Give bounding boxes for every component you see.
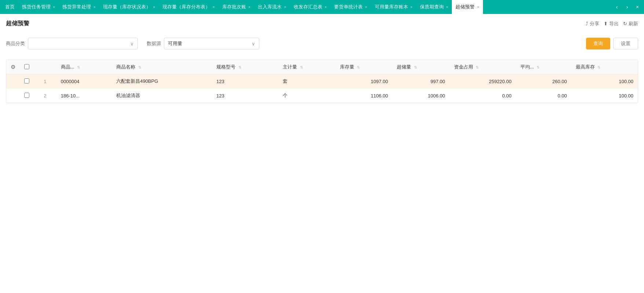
nav-close-order-stat[interactable]: × (365, 5, 367, 9)
row-max-stock-0: 100.00 (571, 74, 638, 89)
filter-buttons: 查询 设置 (586, 38, 638, 49)
nav-close-abnormal[interactable]: × (93, 5, 95, 9)
sort-spec-icon: ⇅ (238, 65, 241, 69)
data-table-container: ⚙ 商品... ⇅ 商品名称 ⇅ 规格型号 (6, 60, 638, 103)
nav-close-stock-dist[interactable]: × (212, 5, 215, 9)
col-product-name[interactable]: 商品名称 ⇅ (112, 60, 212, 74)
nav-close-available[interactable]: × (410, 5, 413, 9)
nav-item-task-mgmt[interactable]: 拣货任务管理 × (18, 0, 59, 14)
col-product-name-label: 商品名称 (116, 64, 135, 70)
header-actions: ⤴ 分享 ⬆ 导出 ↻ 刷新 (586, 21, 638, 27)
nav-close-inout[interactable]: × (284, 5, 286, 9)
row-avg-1: 0.00 (516, 89, 571, 103)
category-select[interactable]: ∨ (28, 38, 138, 49)
col-spec[interactable]: 规格型号 ⇅ (212, 60, 278, 74)
col-stock-label: 库存量 (340, 64, 354, 70)
sort-product-code-icon: ⇅ (77, 65, 80, 69)
row-spec-0: 123 (212, 74, 278, 89)
nav-item-quality[interactable]: 保质期查询 × (416, 0, 452, 14)
nav-item-stock-status[interactable]: 现存量（库存状况表） × (99, 0, 159, 14)
nav-label-overstock: 超储预警 (455, 4, 475, 10)
nav-close-collect[interactable]: × (325, 5, 327, 9)
col-unit[interactable]: 主计量 ⇅ (278, 60, 335, 74)
col-overstock-label: 超储量 (397, 64, 411, 70)
nav-item-home[interactable]: 首页 (1, 0, 18, 14)
nav-item-overstock[interactable]: 超储预警 × (452, 0, 483, 14)
datasource-chevron-down-icon: ∨ (252, 41, 255, 47)
col-stock[interactable]: 库存量 ⇅ (336, 60, 392, 74)
row-checkbox-0[interactable] (24, 78, 29, 84)
query-button[interactable]: 查询 (586, 38, 610, 49)
nav-close-stock-status[interactable]: × (153, 5, 155, 9)
datasource-select-value: 可用量 (168, 40, 182, 47)
refresh-icon: ↻ (623, 21, 627, 26)
share-icon: ⤴ (586, 21, 588, 26)
sort-product-name-icon: ⇅ (138, 65, 141, 69)
row-settings-cell (6, 89, 20, 103)
col-checkbox-header (20, 60, 34, 74)
row-capital-1: 0.00 (450, 89, 516, 103)
nav-label-task-mgmt: 拣货任务管理 (22, 4, 51, 10)
nav-label-collect: 收发存汇总表 (294, 4, 322, 10)
category-chevron-down-icon: ∨ (130, 41, 134, 47)
nav-item-batch[interactable]: 库存批次账 × (219, 0, 254, 14)
col-product-code[interactable]: 商品... ⇅ (56, 60, 112, 74)
col-unit-label: 主计量 (283, 64, 297, 70)
col-avg-label: 平均... (520, 64, 534, 70)
row-unit-1: 个 (278, 89, 335, 103)
row-checkbox-1[interactable] (24, 93, 29, 98)
export-button[interactable]: ⬆ 导出 (604, 21, 619, 27)
sort-avg-icon: ⇅ (537, 65, 539, 69)
row-checkbox-cell (20, 74, 34, 89)
row-product-name-0: 六配套新昌490BPG (112, 74, 212, 89)
nav-arrow-left[interactable]: ‹ (612, 0, 622, 14)
col-max-stock[interactable]: 最高库存 ⇅ (571, 60, 638, 74)
page-title: 超储预警 (6, 20, 29, 27)
share-label: 分享 (590, 21, 599, 27)
row-num-0: 1 (34, 74, 56, 89)
datasource-label: 数据源 (147, 40, 161, 47)
sort-unit-icon: ⇅ (300, 65, 303, 69)
nav-item-abnormal[interactable]: 拣货异常处理 × (59, 0, 99, 14)
page-container: 超储预警 ⤴ 分享 ⬆ 导出 ↻ 刷新 商品分类 ∨ 数据源 (0, 14, 644, 293)
nav-label-home: 首页 (5, 4, 15, 10)
row-num-1: 2 (34, 89, 56, 103)
nav-arrow-right[interactable]: › (622, 0, 632, 14)
col-row-num (34, 60, 56, 74)
refresh-label: 刷新 (629, 21, 638, 27)
top-navigation: 首页 拣货任务管理 × 拣货异常处理 × 现存量（库存状况表） × 现存量（库存… (0, 0, 644, 14)
row-stock-0: 1097.00 (336, 74, 392, 89)
share-button[interactable]: ⤴ 分享 (586, 21, 599, 27)
nav-item-order-stat[interactable]: 要货单统计表 × (330, 0, 371, 14)
row-settings-cell (6, 74, 20, 89)
category-label: 商品分类 (6, 40, 25, 47)
settings-button[interactable]: 设置 (613, 38, 638, 49)
nav-close-batch[interactable]: × (248, 5, 250, 9)
nav-close-overstock[interactable]: × (477, 5, 479, 9)
row-product-code-1: 186-10... (56, 89, 112, 103)
row-stock-1: 1106.00 (336, 89, 392, 103)
refresh-button[interactable]: ↻ 刷新 (623, 21, 638, 27)
nav-close-quality[interactable]: × (446, 5, 448, 9)
nav-arrow-close[interactable]: × (632, 0, 643, 14)
col-avg[interactable]: 平均... ⇅ (516, 60, 571, 74)
col-product-code-label: 商品... (61, 64, 74, 70)
row-spec-1: 123 (212, 89, 278, 103)
nav-item-available[interactable]: 可用量库存账本 × (371, 0, 416, 14)
nav-item-collect[interactable]: 收发存汇总表 × (290, 0, 330, 14)
col-capital[interactable]: 资金占用 ⇅ (450, 60, 516, 74)
datasource-select[interactable]: 可用量 ∨ (164, 38, 259, 49)
nav-item-inout[interactable]: 出入库流水 × (254, 0, 290, 14)
select-all-checkbox[interactable] (24, 64, 29, 69)
table-header-row: ⚙ 商品... ⇅ 商品名称 ⇅ 规格型号 (6, 60, 638, 74)
nav-label-quality: 保质期查询 (420, 4, 444, 10)
col-capital-label: 资金占用 (454, 64, 473, 70)
col-spec-label: 规格型号 (216, 64, 235, 70)
nav-label-order-stat: 要货单统计表 (334, 4, 363, 10)
nav-close-task-mgmt[interactable]: × (53, 5, 55, 9)
nav-arrows-container: ‹ › × (612, 0, 643, 14)
nav-item-stock-dist[interactable]: 现存量（库存分布表） × (159, 0, 218, 14)
column-settings-icon[interactable]: ⚙ (11, 64, 15, 70)
sort-stock-icon: ⇅ (357, 65, 360, 69)
col-overstock[interactable]: 超储量 ⇅ (392, 60, 449, 74)
